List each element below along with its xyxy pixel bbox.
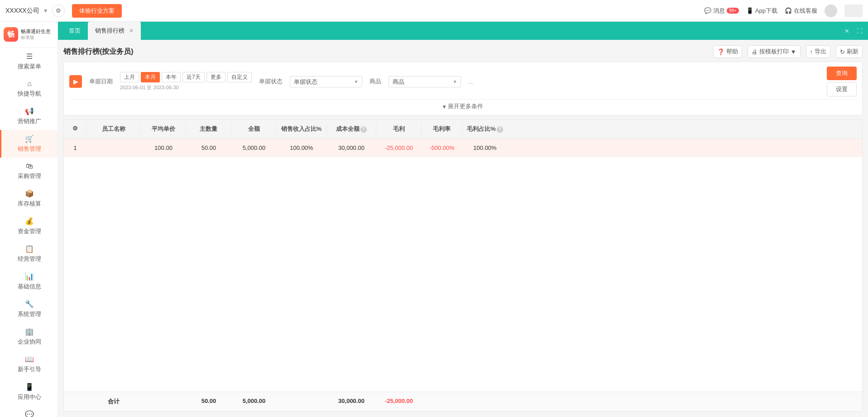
settings-button[interactable]: 设置: [827, 82, 857, 96]
sidebar-label-basics: 基础信息: [18, 283, 41, 291]
sidebar-item-shortcut[interactable]: ⌂ 快捷导航: [0, 75, 58, 102]
app-icon: 📱: [746, 7, 753, 14]
tf-grossprofit: -25,000.00: [376, 396, 422, 407]
tf-costamount: 30,000.00: [326, 396, 376, 407]
print-label: 按模板打印: [759, 48, 789, 56]
td-salespct: 100.00%: [277, 143, 326, 153]
sidebar-label-sales: 销售管理: [18, 145, 41, 153]
avatar[interactable]: [825, 5, 837, 17]
tf-avgprice: [141, 396, 186, 407]
th-grossmargin: 毛利率: [422, 123, 462, 135]
sidebar-item-appcenter[interactable]: 📱 应用中心: [0, 378, 58, 406]
sidebar-item-wechat[interactable]: 💬 企业微信: [0, 406, 58, 417]
search-icon: ☰: [26, 52, 33, 61]
td-name: [86, 143, 141, 153]
filter-toggle-btn[interactable]: ▶: [69, 75, 82, 88]
sidebar-item-finance[interactable]: 💰 资金管理: [0, 212, 58, 240]
custom-btn[interactable]: 自定义: [227, 72, 252, 82]
print-dropdown-icon: ▼: [791, 48, 796, 55]
sidebar-item-purchase[interactable]: 🛍 采购管理: [0, 158, 58, 185]
wechat-icon: 💬: [25, 410, 34, 417]
help-label: 帮助: [726, 48, 738, 56]
export-button[interactable]: ↑ 导出: [806, 45, 831, 58]
basics-icon: 📊: [25, 272, 34, 281]
user-name-placeholder: [844, 5, 863, 17]
system-icon: 🔧: [25, 300, 34, 308]
help-icon: ❓: [717, 48, 724, 55]
grosspct-info-icon[interactable]: ?: [497, 126, 503, 133]
trial-button[interactable]: 体验行业方案: [72, 4, 122, 18]
inventory-icon: 📦: [25, 189, 34, 198]
filter-section: ▶ 单据日期 上月 本月 本年 近7天 更多 自定义 2023-06-01 至 …: [63, 62, 863, 115]
top-bar: XXXXX公司 ▼ ⚙ 体验行业方案 💬 消息 99+ 📱 App下载 🎧 在线…: [0, 0, 868, 22]
date-filter-label: 单据日期: [89, 77, 113, 86]
page-title: 销售排行榜(按业务员): [63, 47, 134, 57]
message-item[interactable]: 💬 消息 99+: [704, 7, 739, 15]
this-month-btn[interactable]: 本月: [141, 72, 160, 82]
close-icon: ✕: [844, 28, 849, 34]
sidebar-item-system[interactable]: 🔧 系统管理: [0, 295, 58, 323]
last7days-btn[interactable]: 近7天: [182, 72, 205, 82]
message-label: 消息: [713, 7, 725, 15]
filter-right-btns: 查询 设置: [827, 67, 857, 96]
sidebar-item-basics[interactable]: 📊 基础信息: [0, 268, 58, 295]
print-button[interactable]: 🖨 按模板打印 ▼: [748, 45, 801, 58]
th-mainqty: 主数量: [186, 123, 231, 135]
settings-icon-btn[interactable]: ⚙: [52, 5, 65, 17]
app-download-item[interactable]: 📱 App下载: [746, 7, 777, 15]
tab-home[interactable]: 首页: [62, 22, 88, 40]
sidebar-item-guide[interactable]: 📖 新手引导: [0, 350, 58, 378]
th-costamount: 成本全额?: [326, 123, 376, 135]
table-section: ⚙ 员工名称 平均单价 主数量 全额 销售收入占比% 成本全额? 毛利 毛利率 …: [63, 119, 863, 412]
sidebar-label-appcenter: 应用中心: [18, 393, 41, 401]
tab-expand-btn[interactable]: ⛶: [855, 26, 864, 36]
td-rank: 1: [64, 143, 86, 153]
th-settings[interactable]: ⚙: [64, 123, 86, 135]
help-button[interactable]: ❓ 帮助: [713, 45, 742, 58]
sidebar: 畅 畅康通好生意 标准版 ☰ 搜索菜单 ⌂ 快捷导航 📢 营销推广 🛒 销售管理…: [0, 22, 58, 417]
prev-month-btn[interactable]: 上月: [120, 72, 139, 82]
purchase-icon: 🛍: [26, 162, 33, 170]
sidebar-label-search: 搜索菜单: [18, 62, 41, 71]
td-grossprofit: -25,000.00: [376, 143, 422, 153]
sidebar-label-guide: 新手引导: [18, 365, 41, 374]
sidebar-item-inventory[interactable]: 📦 库存核算: [0, 185, 58, 212]
tf-sum-label: 合计: [86, 396, 141, 407]
more-filters-btn[interactable]: ...: [468, 78, 473, 85]
gear-icon: ⚙: [56, 7, 61, 14]
logo-line2: 标准版: [21, 34, 51, 41]
refresh-icon: ↻: [840, 48, 845, 55]
status-select[interactable]: 单据状态 已审核 未审核: [290, 76, 362, 87]
tab-home-label: 首页: [69, 27, 81, 35]
sidebar-item-operations[interactable]: 📋 经营管理: [0, 240, 58, 268]
table-footer: 合计 50.00 5,000.00 30,000.00 -25,000.00: [64, 392, 862, 411]
sidebar-item-sales[interactable]: 🛒 销售管理: [0, 130, 58, 158]
sidebar-item-enterprise[interactable]: 🏢 企业协同: [0, 323, 58, 350]
filter-expand-row: ▾ 展开更多条件: [69, 99, 857, 110]
status-select-wrapper: 单据状态 已审核 未审核: [290, 76, 362, 87]
online-support-item[interactable]: 🎧 在线客服: [785, 7, 817, 15]
tab-close-all-btn[interactable]: ✕: [843, 26, 851, 36]
sidebar-item-marketing[interactable]: 📢 营销推广: [0, 102, 58, 130]
goods-select[interactable]: 商品: [388, 76, 461, 87]
th-salespct: 销售收入占比%: [277, 123, 326, 135]
query-button[interactable]: 查询: [827, 67, 857, 80]
tab-close-icon[interactable]: ✕: [129, 28, 134, 34]
th-name: 员工名称: [86, 123, 141, 135]
page-content: 销售排行榜(按业务员) ❓ 帮助 🖨 按模板打印 ▼ ↑ 导出: [58, 40, 868, 417]
tab-bar-right: ✕ ⛶: [843, 26, 864, 36]
sidebar-item-search[interactable]: ☰ 搜索菜单: [0, 48, 58, 75]
this-year-btn[interactable]: 本年: [162, 72, 181, 82]
tf-grosspct: [462, 396, 508, 407]
td-grossmargin: -500.00%: [422, 143, 462, 153]
content-area: 首页 销售排行榜 ✕ ✕ ⛶ 销售排行榜(按业务员): [58, 22, 868, 417]
cost-info-icon[interactable]: ?: [360, 126, 367, 133]
finance-icon: 💰: [25, 217, 34, 225]
tab-sales-ranking[interactable]: 销售排行榜 ✕: [88, 22, 141, 40]
refresh-button[interactable]: ↻ 刷新: [836, 45, 863, 58]
expand-button[interactable]: ▾ 展开更多条件: [443, 102, 483, 110]
home-icon: ⌂: [27, 80, 32, 88]
more-btn[interactable]: 更多: [206, 72, 225, 82]
company-dropdown-icon[interactable]: ▼: [43, 8, 48, 14]
date-buttons: 上月 本月 本年 近7天 更多 自定义: [120, 72, 252, 82]
